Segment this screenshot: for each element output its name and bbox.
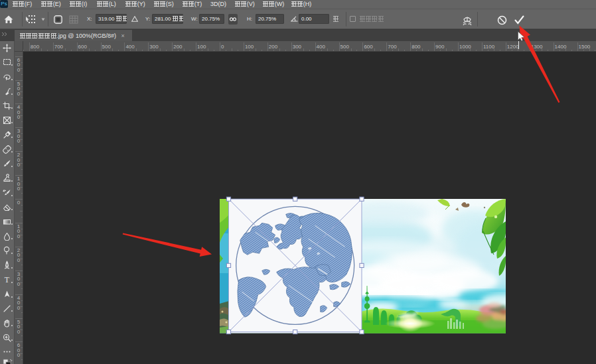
svg-text:T: T: [5, 275, 10, 284]
